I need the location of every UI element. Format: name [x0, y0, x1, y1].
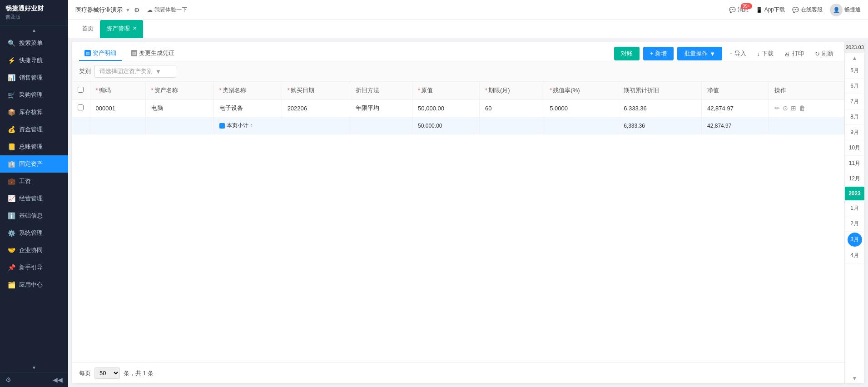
more-icon[interactable]: ⊞: [791, 104, 796, 112]
refresh-button[interactable]: ↻ 刷新: [811, 47, 837, 60]
sidebar-label-1: 快捷导航: [19, 56, 43, 64]
sidebar-icon-11: ⚙️: [7, 229, 15, 237]
experience-icon: ☁: [147, 7, 153, 13]
row-checkbox-0[interactable]: [78, 104, 84, 110]
total-text: 条，共 1 条: [124, 369, 154, 377]
sidebar-icon-3: 🛒: [7, 91, 15, 99]
right-panel-header[interactable]: 2023.03: [845, 42, 864, 53]
sidebar-icon-0: 🔍: [7, 39, 15, 47]
sidebar-icon-4: 📦: [7, 108, 15, 116]
tab-close-icon[interactable]: ✕: [133, 25, 137, 31]
copy-icon[interactable]: ⊙: [783, 104, 788, 112]
new-button[interactable]: + 新增: [643, 47, 674, 60]
experience-label: 我要体验一下: [154, 6, 187, 14]
sidebar-label-10: 基础信息: [19, 212, 43, 220]
online-service-button[interactable]: 💬 在线客服: [792, 6, 823, 14]
experience-button[interactable]: ☁ 我要体验一下: [147, 6, 187, 14]
tab-home[interactable]: 首页: [75, 20, 100, 38]
subtotal-row: 本页小计： 50,000.00 6,333.36 42,874.97: [72, 117, 844, 134]
sidebar-item-新手引导[interactable]: 📌新手引导: [0, 259, 68, 276]
sidebar-item-销售管理[interactable]: 📊销售管理: [0, 69, 68, 86]
sidebar-item-基础信息[interactable]: ℹ️基础信息: [0, 207, 68, 224]
month-item-prev[interactable]: 10月: [845, 140, 864, 156]
user-area[interactable]: 👤 畅捷通: [830, 4, 861, 16]
settings-icon[interactable]: ⚙: [5, 376, 11, 383]
sidebar-scroll-down[interactable]: ▼: [0, 363, 68, 372]
month-item-curr[interactable]: 2月: [845, 216, 864, 232]
sidebar-label-11: 系统管理: [19, 229, 43, 237]
col-method: 折旧方法: [350, 82, 412, 99]
sidebar-item-采购管理[interactable]: 🛒采购管理: [0, 86, 68, 104]
service-icon: 💬: [792, 7, 799, 13]
sidebar-item-应用中心[interactable]: 🗂️应用中心: [0, 276, 68, 293]
sidebar-icon-1: ⚡: [7, 56, 15, 64]
download-button[interactable]: ↓ 下载: [754, 47, 778, 60]
sidebar-label-6: 总账管理: [19, 143, 43, 151]
messages-button[interactable]: 💬 消息 99+: [729, 6, 749, 14]
subtotal-original-value: 50,000.00: [412, 117, 480, 134]
download-label: 下载: [762, 50, 774, 58]
select-all-checkbox[interactable]: [78, 87, 84, 93]
reconcile-button[interactable]: 对账: [614, 47, 640, 60]
print-icon: 🖨: [784, 50, 790, 57]
sidebar-item-快捷导航[interactable]: ⚡快捷导航: [0, 52, 68, 69]
sidebar-label-14: 应用中心: [19, 281, 43, 289]
row-checkbox-cell[interactable]: [72, 99, 90, 117]
topbar: 医疗器械行业演示 ▼ ⚙ ☁ 我要体验一下 💬 消息 99+ 📱 App下载 💬…: [68, 0, 868, 20]
filter-row: 类别 请选择固定资产类别 ▼: [72, 61, 844, 82]
month-item-prev[interactable]: 8月: [845, 109, 864, 125]
sidebar-label-3: 采购管理: [19, 91, 43, 99]
import-button[interactable]: ↑ 导入: [726, 47, 750, 60]
month-item-prev[interactable]: 6月: [845, 79, 864, 94]
subtotal-net-value: 42,874.97: [702, 117, 769, 134]
sidebar-item-库存核算[interactable]: 📦库存核算: [0, 104, 68, 121]
sidebar-item-系统管理[interactable]: ⚙️系统管理: [0, 224, 68, 242]
cell-method: 年限平均: [350, 99, 412, 117]
app-edition: 普及版: [5, 14, 63, 20]
batch-button[interactable]: 批量操作 ▼: [677, 47, 722, 60]
app-download-button[interactable]: 📱 App下载: [756, 6, 785, 14]
sidebar-label-0: 搜索菜单: [19, 39, 43, 47]
sidebar-item-企业协同[interactable]: 🤝企业协同: [0, 242, 68, 259]
sidebar-item-资金管理[interactable]: 💰资金管理: [0, 121, 68, 138]
edit-icon[interactable]: ✏: [774, 104, 780, 112]
select-all-cell[interactable]: [72, 82, 90, 99]
scroll-up-arrow[interactable]: ▲: [845, 53, 864, 63]
month-item-prev[interactable]: 12月: [845, 171, 864, 187]
sidebar-item-经营管理[interactable]: 📈经营管理: [0, 190, 68, 207]
asset-table-container: *编码 *资产名称 *类别名称 *购买日期 折旧方法 *原值 *期限(月) *残…: [72, 82, 844, 362]
month-item-prev[interactable]: 9月: [845, 125, 864, 140]
month-item-curr[interactable]: 1月: [845, 201, 864, 216]
sidebar-label-5: 资金管理: [19, 125, 43, 134]
month-item-prev[interactable]: 7月: [845, 94, 864, 109]
sidebar-scroll-up[interactable]: ▲: [0, 25, 68, 35]
app-name: 畅捷通好业财: [5, 5, 63, 13]
sidebar-item-工资[interactable]: 💼工资: [0, 173, 68, 190]
sidebar-label-9: 经营管理: [19, 194, 43, 203]
table-header-row: *编码 *资产名称 *类别名称 *购买日期 折旧方法 *原值 *期限(月) *残…: [72, 82, 844, 99]
col-net-value: 净值: [702, 82, 769, 99]
subtab-voucher[interactable]: ▤ 变更生成凭证: [125, 46, 180, 61]
month-item-prev[interactable]: 5月: [845, 63, 864, 79]
asset-table: *编码 *资产名称 *类别名称 *购买日期 折旧方法 *原值 *期限(月) *残…: [72, 82, 844, 134]
collapse-icon[interactable]: ◀◀: [53, 376, 63, 383]
per-page-select[interactable]: 50 10 20 100: [94, 367, 120, 379]
company-selector[interactable]: 医疗器械行业演示 ▼: [75, 6, 130, 14]
tab-asset-management[interactable]: 资产管理 ✕: [100, 20, 143, 38]
sidebar-icon-6: 📒: [7, 143, 15, 151]
sidebar-item-搜索菜单[interactable]: 🔍搜索菜单: [0, 35, 68, 52]
import-label: 导入: [734, 50, 746, 58]
subtab-asset-detail[interactable]: ▤ 资产明细: [79, 46, 122, 61]
month-item-prev[interactable]: 11月: [845, 156, 864, 171]
sidebar-item-总账管理[interactable]: 📒总账管理: [0, 138, 68, 155]
category-select[interactable]: 请选择固定资产类别 ▼: [94, 65, 176, 78]
month-item-active[interactable]: 3月: [848, 233, 862, 247]
sidebar-item-固定资产[interactable]: 🏢固定资产: [0, 155, 68, 173]
settings-gear-icon[interactable]: ⚙: [134, 6, 140, 14]
cell-original-value: 50,000.00: [412, 99, 480, 117]
cell-net-value: 42,874.97: [702, 99, 769, 117]
delete-icon[interactable]: 🗑: [799, 104, 805, 112]
scroll-down-arrow[interactable]: ▼: [845, 373, 864, 383]
month-item-curr[interactable]: 4月: [845, 248, 864, 263]
print-button[interactable]: 🖨 打印: [781, 47, 808, 60]
